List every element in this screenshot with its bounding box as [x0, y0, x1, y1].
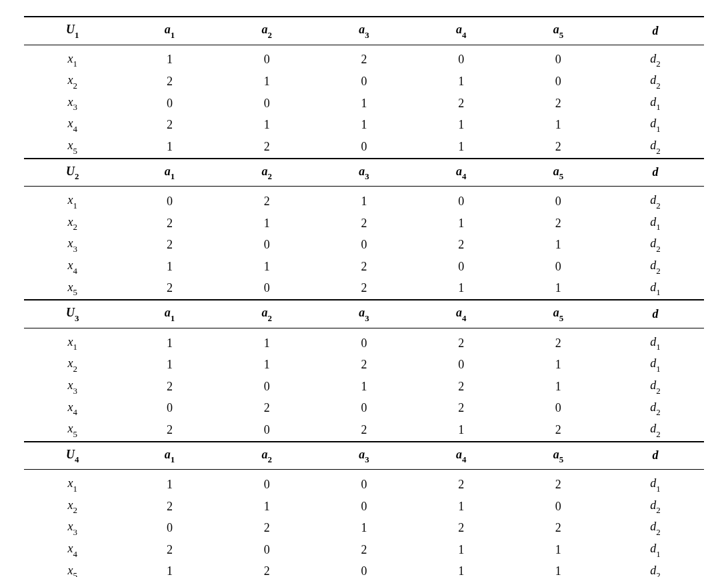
cell-a1: 1: [121, 470, 219, 496]
table-row: x302122d2: [24, 517, 704, 539]
cell-a4: 2: [413, 376, 510, 398]
column-header-a3: a3: [315, 442, 413, 470]
cell-a5: 2: [510, 136, 607, 159]
cell-a4: 0: [413, 256, 510, 278]
cell-a1: 2: [121, 71, 219, 93]
table-row: x221010d2: [24, 71, 704, 93]
column-header-a2: a2: [218, 17, 315, 45]
cell-d: d2: [607, 136, 704, 159]
cell-a1: 0: [121, 398, 219, 420]
table-row: x110200d2: [24, 45, 704, 71]
cell-a5: 2: [510, 419, 607, 442]
table-row: x512011d2: [24, 561, 704, 577]
column-header-a5: a5: [510, 159, 607, 187]
column-header-a2: a2: [218, 159, 315, 187]
table-row: x420211d1: [24, 539, 704, 561]
cell-a2: 2: [218, 561, 315, 577]
table-row: x221212d1: [24, 213, 704, 235]
cell-a3: 1: [315, 114, 413, 136]
cell-a5: 2: [510, 328, 607, 354]
column-header-a5: a5: [510, 442, 607, 470]
column-header-a3: a3: [315, 300, 413, 328]
column-header-a4: a4: [413, 159, 510, 187]
table-row: x211201d1: [24, 354, 704, 376]
row-label: x2: [24, 496, 121, 518]
cell-a3: 2: [315, 354, 413, 376]
table-row: x221010d2: [24, 496, 704, 518]
cell-a3: 1: [315, 517, 413, 539]
row-label: x2: [24, 354, 121, 376]
cell-a4: 1: [413, 71, 510, 93]
cell-a2: 0: [218, 234, 315, 256]
row-label: x4: [24, 398, 121, 420]
row-label: x3: [24, 517, 121, 539]
table-row: x111022d1: [24, 328, 704, 354]
cell-a5: 0: [510, 496, 607, 518]
cell-d: d1: [607, 354, 704, 376]
cell-a4: 0: [413, 354, 510, 376]
table-row: x320021d2: [24, 234, 704, 256]
cell-a2: 2: [218, 136, 315, 159]
cell-a2: 1: [218, 328, 315, 354]
cell-a4: 1: [413, 496, 510, 518]
cell-a2: 2: [218, 517, 315, 539]
row-label: x1: [24, 187, 121, 213]
cell-a3: 0: [315, 136, 413, 159]
cell-a4: 1: [413, 213, 510, 235]
cell-d: d1: [607, 213, 704, 235]
cell-a5: 2: [510, 517, 607, 539]
cell-a5: 0: [510, 398, 607, 420]
column-header-a5: a5: [510, 17, 607, 45]
cell-a1: 2: [121, 496, 219, 518]
cell-a3: 1: [315, 93, 413, 115]
cell-a4: 2: [413, 93, 510, 115]
column-header-a4: a4: [413, 442, 510, 470]
cell-a2: 1: [218, 496, 315, 518]
cell-d: d1: [607, 93, 704, 115]
cell-a1: 1: [121, 328, 219, 354]
cell-a5: 2: [510, 93, 607, 115]
cell-a2: 1: [218, 71, 315, 93]
block-header: U4a1a2a3a4a5d: [24, 442, 704, 470]
row-label: x1: [24, 45, 121, 71]
column-header-a3: a3: [315, 17, 413, 45]
cell-a3: 2: [315, 256, 413, 278]
cell-a5: 0: [510, 187, 607, 213]
cell-a4: 1: [413, 561, 510, 577]
cell-a4: 2: [413, 517, 510, 539]
table-row: x110022d1: [24, 470, 704, 496]
cell-d: d2: [607, 234, 704, 256]
cell-a1: 0: [121, 187, 219, 213]
cell-a3: 2: [315, 539, 413, 561]
column-header-d: d: [607, 300, 704, 328]
cell-a1: 1: [121, 45, 219, 71]
cell-a2: 0: [218, 470, 315, 496]
cell-a1: 2: [121, 278, 219, 300]
column-header-a1: a1: [121, 17, 219, 45]
cell-a4: 0: [413, 45, 510, 71]
cell-a3: 2: [315, 278, 413, 300]
cell-a2: 0: [218, 278, 315, 300]
cell-a5: 0: [510, 256, 607, 278]
cell-a1: 2: [121, 376, 219, 398]
block-header: U2a1a2a3a4a5d: [24, 159, 704, 187]
cell-a1: 2: [121, 539, 219, 561]
cell-a4: 2: [413, 470, 510, 496]
row-label: x2: [24, 71, 121, 93]
cell-a5: 2: [510, 470, 607, 496]
cell-d: d2: [607, 187, 704, 213]
cell-a5: 1: [510, 376, 607, 398]
row-label: x4: [24, 114, 121, 136]
table-row: x421111d1: [24, 114, 704, 136]
block-name: U4: [24, 442, 121, 470]
table-row: x300122d1: [24, 93, 704, 115]
table-row: x512012d2: [24, 136, 704, 159]
cell-a1: 2: [121, 419, 219, 442]
cell-a5: 1: [510, 114, 607, 136]
cell-a1: 2: [121, 213, 219, 235]
cell-a1: 0: [121, 93, 219, 115]
cell-a2: 2: [218, 398, 315, 420]
cell-a2: 0: [218, 419, 315, 442]
cell-d: d2: [607, 256, 704, 278]
cell-a5: 0: [510, 71, 607, 93]
